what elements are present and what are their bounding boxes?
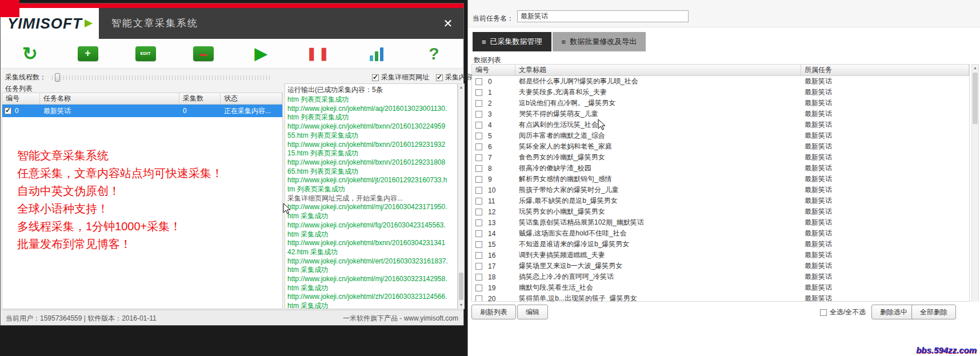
task-row[interactable]: 0最新笑话0正在采集内容... xyxy=(2,105,282,117)
data-row-checkbox[interactable] xyxy=(475,252,482,259)
data-row[interactable]: 11乐爆,最不缺笑的是逗b_爆笑男女最新笑话 xyxy=(472,195,969,206)
close-icon[interactable]: ✕ xyxy=(439,15,457,32)
log-line: 55.htm 列表页采集成功 xyxy=(287,131,457,141)
data-row[interactable]: 0都是些什么事儿啊?!爆笑的事儿呗_社会最新笑话 xyxy=(472,76,969,87)
delete-selected-button[interactable]: 删除选中 xyxy=(871,305,916,319)
data-row[interactable]: 1夫妻笑段多,充满喜和乐_夫妻最新笑话 xyxy=(472,87,969,98)
table-scrollbar-thumb[interactable] xyxy=(973,73,978,124)
data-row[interactable]: 15不知道是谁请来的爆冷逗b_爆笑男女最新笑话 xyxy=(472,239,969,250)
data-row-id: 9 xyxy=(488,175,492,183)
log-scrollbar-thumb[interactable] xyxy=(459,273,463,300)
data-row-task: 最新笑话 xyxy=(801,283,969,293)
task-row-checkbox[interactable] xyxy=(5,107,11,114)
log-line: http://www.jokeji.cn/jokehtml/mj/2016030… xyxy=(287,275,457,284)
collect-detail-url-option: 采集详细页网址 xyxy=(372,73,429,82)
column-header-title[interactable]: 文章标题 xyxy=(515,65,801,75)
data-row[interactable]: 2逗b说他们有点冷啊。_爆笑男女最新笑话 xyxy=(472,98,969,109)
data-row-checkbox[interactable] xyxy=(475,154,482,161)
log-line: 15.htm 列表页采集成功 xyxy=(287,149,457,158)
data-row[interactable]: 4有点讽刺的生活玩笑_社会最新笑话 xyxy=(472,119,969,130)
log-line: http://www.jokeji.cn/jokehtml/mj/2016030… xyxy=(287,203,457,212)
data-row[interactable]: 9解析男女感情的幽默锦句_感情最新笑话 xyxy=(472,174,969,185)
column-header-id[interactable]: 编号 xyxy=(472,65,515,75)
stats-chart-icon[interactable] xyxy=(358,41,395,67)
log-line: http://www.jokeji.cn/jokehtml/fq/2016030… xyxy=(287,221,457,230)
data-row-checkbox[interactable] xyxy=(475,198,482,205)
data-row-checkbox[interactable] xyxy=(475,241,482,248)
slider-handle[interactable] xyxy=(55,73,60,82)
data-row-checkbox[interactable] xyxy=(475,230,482,237)
scroll-down-icon[interactable]: ▼ xyxy=(458,302,464,309)
column-header-count[interactable]: 采集数 xyxy=(179,93,221,104)
select-all-checkbox[interactable] xyxy=(820,309,827,316)
add-task-icon[interactable]: + xyxy=(70,41,106,67)
help-icon[interactable]: ? xyxy=(416,41,453,67)
data-row-checkbox[interactable] xyxy=(475,100,482,107)
data-row-id-cell: 11 xyxy=(472,197,515,205)
data-row[interactable]: 20笑得简单,逗b...出现笑的筷子_爆笑男女最新笑话 xyxy=(472,293,969,302)
data-row[interactable]: 18搞笑恋上冷,冷的直呵呵_冷笑话最新笑话 xyxy=(472,271,969,282)
collect-detail-url-checkbox[interactable] xyxy=(372,74,379,81)
data-row[interactable]: 17爆笑场里又来逗b一大波_爆笑男女最新笑话 xyxy=(472,261,969,271)
data-row-checkbox[interactable] xyxy=(475,165,482,172)
tab-label: 数据批量修改及导出 xyxy=(570,37,637,47)
tab-collected-data[interactable]: ≡ 已采集数据管理 xyxy=(473,32,551,51)
data-row-id-cell: 18 xyxy=(472,273,515,281)
current-task-field[interactable]: 最新笑话 xyxy=(517,10,689,22)
data-row-checkbox[interactable] xyxy=(475,187,482,194)
data-row[interactable]: 8很高冷的傻缺学渣_校园最新笑话 xyxy=(472,163,969,174)
data-row-id-cell: 1 xyxy=(472,89,515,97)
data-row[interactable]: 3哭笑不得的爆笑萌友_儿童最新笑话 xyxy=(472,109,969,119)
data-row-checkbox[interactable] xyxy=(475,122,482,129)
data-row[interactable]: 6笑坏全家人的老妈和老爸_家庭最新笑话 xyxy=(472,141,969,152)
table-footer: 刷新列表 编辑 全选/全不选 删除选中 全部删除 xyxy=(468,302,980,325)
tab-batch-edit-export[interactable]: ≡ 数据批量修改及导出 xyxy=(553,32,646,51)
select-all-label: 全选/全不选 xyxy=(830,307,866,317)
promo-line: 批量发布到常见博客！ xyxy=(17,235,223,253)
data-row-checkbox[interactable] xyxy=(475,143,482,150)
data-row[interactable]: 12玩笑男女的小幽默_爆笑男女最新笑话 xyxy=(472,206,969,217)
log-scrollbar[interactable]: ▲ ▼ xyxy=(458,83,465,309)
column-header-id[interactable]: 编号 xyxy=(2,93,40,104)
data-row[interactable]: 7食色男女的冷幽默_爆笑男女最新笑话 xyxy=(472,152,969,163)
edit-task-icon[interactable]: EDIT xyxy=(127,41,164,67)
data-row-checkbox[interactable] xyxy=(475,133,482,139)
data-row-checkbox[interactable] xyxy=(475,89,482,96)
data-row-checkbox[interactable] xyxy=(475,285,482,291)
column-header-task[interactable]: 所属任务 xyxy=(801,65,969,75)
data-row[interactable]: 14贼爆,这场面实在是hold不住哇_社会最新笑话 xyxy=(472,228,969,239)
data-row[interactable]: 16调到夫妻搞笑频道瞧瞧_夫妻最新笑话 xyxy=(472,250,969,261)
data-row[interactable]: 19幽默句段,笑看生活_社会最新笑话 xyxy=(472,282,969,293)
data-row-checkbox[interactable] xyxy=(475,209,482,215)
data-row-checkbox[interactable] xyxy=(475,176,482,183)
collect-content-checkbox[interactable] xyxy=(436,74,443,81)
refresh-icon[interactable]: ↻ xyxy=(12,41,49,67)
column-header-status[interactable]: 状态 xyxy=(221,93,282,104)
refresh-list-button[interactable]: 刷新列表 xyxy=(471,305,516,319)
data-row[interactable]: 5阅历丰富者的幽默之道_综合最新笑话 xyxy=(472,130,969,141)
data-row-checkbox[interactable] xyxy=(475,274,482,281)
data-row-checkbox[interactable] xyxy=(475,78,482,85)
delete-task-icon[interactable]: ▬ xyxy=(185,41,222,67)
data-row[interactable]: 10熊孩子带给大家的爆笑时分_儿童最新笑话 xyxy=(472,185,969,195)
data-row-checkbox[interactable] xyxy=(475,111,482,118)
start-collect-icon[interactable]: ▶ xyxy=(243,41,279,67)
scroll-up-icon[interactable]: ▲ xyxy=(458,84,464,91)
data-row-title: 解析男女感情的幽默锦句_感情 xyxy=(515,174,801,184)
run-output-panel: 运行输出(已成功采集内容：5条 htm 列表页采集成功http://www.jo… xyxy=(285,83,458,309)
edit-button[interactable]: 编辑 xyxy=(517,305,548,319)
data-row-checkbox[interactable] xyxy=(475,263,482,270)
delete-all-button[interactable]: 全部删除 xyxy=(911,305,956,319)
thread-count-slider[interactable] xyxy=(52,75,272,80)
data-row-checkbox[interactable] xyxy=(475,295,482,302)
forum-watermark: bbs.594zz.com xyxy=(916,345,977,355)
task-row-id: 0 xyxy=(15,107,19,115)
data-row-id: 20 xyxy=(488,295,495,302)
data-row-title: 食色男女的冷幽默_爆笑男女 xyxy=(515,153,801,162)
scroll-up-icon[interactable]: ▲ xyxy=(972,65,978,71)
column-header-name[interactable]: 任务名称 xyxy=(40,93,179,104)
data-row-checkbox[interactable] xyxy=(475,219,482,226)
pause-collect-icon[interactable]: ❚❚ xyxy=(301,41,337,67)
table-scrollbar[interactable]: ▲ ▼ xyxy=(971,64,979,321)
data-row[interactable]: 13笑话集原创笑话精品展第102期_幽默笑话最新笑话 xyxy=(472,217,969,228)
